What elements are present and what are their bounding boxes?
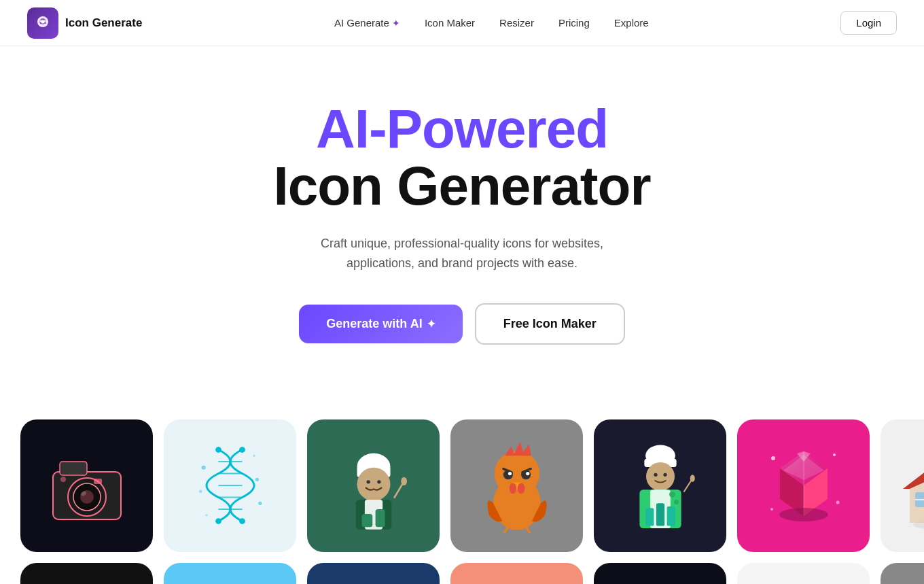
gallery-row-2 xyxy=(0,563,924,584)
svg-point-21 xyxy=(239,447,245,453)
gallery-item-crystal xyxy=(737,419,870,552)
svg-point-14 xyxy=(60,477,66,482)
svg-point-55 xyxy=(654,473,657,477)
svg-point-56 xyxy=(663,473,667,477)
gallery-item-r2-3 xyxy=(307,563,440,584)
svg-point-28 xyxy=(205,514,208,517)
svg-point-33 xyxy=(357,468,390,501)
svg-line-50 xyxy=(502,527,508,533)
gallery-section xyxy=(0,419,924,584)
svg-point-47 xyxy=(526,472,529,475)
svg-line-51 xyxy=(526,527,532,533)
free-icon-maker-button[interactable]: Free Icon Maker xyxy=(475,303,625,345)
svg-point-72 xyxy=(770,508,773,511)
svg-point-23 xyxy=(239,518,245,524)
chef-green-icon-svg xyxy=(616,438,705,533)
svg-rect-61 xyxy=(645,508,654,526)
svg-point-54 xyxy=(646,462,675,491)
svg-point-46 xyxy=(508,472,511,475)
svg-point-29 xyxy=(253,455,255,458)
hero-subtitle: Craft unique, professional-quality icons… xyxy=(321,234,603,273)
chef-dark-icon-svg xyxy=(330,438,418,533)
nav-link-pricing[interactable]: Pricing xyxy=(558,17,590,29)
svg-point-68 xyxy=(779,508,828,521)
svg-point-26 xyxy=(199,490,202,493)
svg-point-48 xyxy=(509,483,516,494)
gallery-item-chef-green xyxy=(594,419,726,552)
hero-buttons: Generate with AI ✦ Free Icon Maker xyxy=(299,303,624,345)
svg-rect-63 xyxy=(667,506,675,526)
logo-svg xyxy=(32,12,54,34)
sparkle-btn-icon: ✦ xyxy=(427,317,436,330)
svg-point-71 xyxy=(836,501,839,504)
house-icon-svg xyxy=(896,434,925,536)
svg-point-25 xyxy=(255,478,258,481)
gallery-item-r2-7 xyxy=(881,563,924,584)
camera-icon-svg xyxy=(43,441,131,530)
svg-point-45 xyxy=(521,470,531,479)
sparkle-icon: ✦ xyxy=(392,18,400,29)
svg-point-65 xyxy=(690,475,694,482)
hero-section: AI-Powered Icon Generator Craft unique, … xyxy=(0,46,924,372)
svg-point-22 xyxy=(215,518,221,524)
svg-point-35 xyxy=(377,480,380,483)
nav-link-ai-generate[interactable]: AI Generate ✦ xyxy=(334,17,400,29)
svg-rect-39 xyxy=(375,509,385,527)
nav-item-ai-generate[interactable]: AI Generate ✦ xyxy=(334,17,400,29)
svg-point-69 xyxy=(771,456,775,460)
nav-links: AI Generate ✦ Icon Maker Resizer Pricing… xyxy=(334,17,649,29)
dna-icon-svg xyxy=(190,438,271,533)
svg-line-64 xyxy=(684,479,692,492)
nav-item-pricing[interactable]: Pricing xyxy=(558,17,590,29)
gallery-item-dna xyxy=(164,419,296,552)
nav-link-icon-maker[interactable]: Icon Maker xyxy=(425,17,475,29)
gallery-item-chicken xyxy=(450,419,583,552)
gallery-row-1 xyxy=(0,419,924,552)
generate-with-ai-button[interactable]: Generate with AI ✦ xyxy=(299,305,462,343)
svg-point-59 xyxy=(669,492,675,498)
svg-point-32 xyxy=(363,453,385,470)
logo-text: Icon Generate xyxy=(65,16,142,30)
svg-rect-38 xyxy=(361,514,372,527)
svg-point-4 xyxy=(40,20,42,22)
gallery-item-r2-1 xyxy=(20,563,153,584)
gallery-item-r2-2 xyxy=(164,563,296,584)
svg-point-34 xyxy=(366,480,370,483)
svg-rect-6 xyxy=(40,24,46,25)
svg-point-49 xyxy=(517,483,525,494)
svg-point-27 xyxy=(258,502,262,505)
svg-rect-13 xyxy=(94,479,102,484)
svg-point-41 xyxy=(401,477,407,485)
gallery-item-house xyxy=(881,419,924,552)
svg-point-5 xyxy=(44,20,46,22)
svg-point-24 xyxy=(201,466,205,470)
gallery-item-r2-4 xyxy=(450,563,583,584)
nav-link-resizer[interactable]: Resizer xyxy=(499,17,534,29)
gallery-item-camera xyxy=(20,419,153,552)
logo-icon xyxy=(27,7,58,39)
gallery-item-chef-dark xyxy=(307,419,440,552)
nav-item-explore[interactable]: Explore xyxy=(614,17,649,29)
svg-point-70 xyxy=(833,453,836,456)
login-button[interactable]: Login xyxy=(840,11,897,35)
hero-title-ai: AI-Powered xyxy=(273,101,650,158)
nav-item-icon-maker[interactable]: Icon Maker xyxy=(425,17,475,29)
crystal-icon-svg xyxy=(760,441,848,530)
gallery-item-r2-6 xyxy=(737,563,870,584)
nav-item-resizer[interactable]: Resizer xyxy=(499,17,534,29)
svg-line-40 xyxy=(394,483,403,498)
navbar: Icon Generate AI Generate ✦ Icon Maker R… xyxy=(0,0,924,46)
svg-point-60 xyxy=(674,500,679,504)
chicken-icon-svg xyxy=(473,438,561,533)
nav-link-explore[interactable]: Explore xyxy=(614,17,649,29)
svg-point-20 xyxy=(215,447,221,453)
hero-title: AI-Powered Icon Generator xyxy=(273,101,650,215)
svg-rect-8 xyxy=(60,462,87,475)
svg-rect-62 xyxy=(656,503,664,526)
logo-link[interactable]: Icon Generate xyxy=(27,7,142,39)
gallery-item-r2-5 xyxy=(594,563,726,584)
hero-title-main: Icon Generator xyxy=(273,158,650,215)
svg-point-44 xyxy=(503,470,512,479)
